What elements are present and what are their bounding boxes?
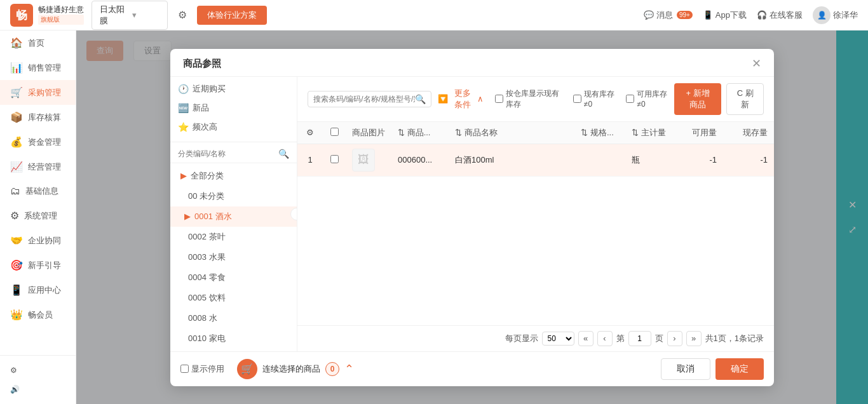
members-icon: 👑	[10, 309, 23, 321]
product-search-input[interactable]	[313, 95, 415, 104]
sidebar-label-system: 系统管理	[24, 210, 57, 222]
sidebar-item-home[interactable]: 🏠 首页	[0, 30, 76, 55]
category-0004[interactable]: 0004 零食	[170, 267, 297, 288]
select-all-checkbox[interactable]	[330, 128, 339, 136]
sidebar-item-apps[interactable]: 📱 应用中心	[0, 278, 76, 302]
sidebar-item-members[interactable]: 👑 畅会员	[0, 302, 76, 327]
avatar: 👤	[813, 6, 831, 24]
guide-icon: 🎯	[10, 259, 23, 271]
nav-notification[interactable]: 💬 消息 99+	[644, 10, 693, 21]
category-00[interactable]: 00 未分类	[170, 186, 297, 206]
search-category-icon[interactable]: 🔍	[278, 149, 289, 159]
system-icon: ⚙	[10, 210, 19, 222]
category-0004-label: 0004 零食	[188, 272, 226, 283]
gear-icon: ⚙	[10, 366, 17, 375]
purchase-icon: 🛒	[10, 86, 23, 98]
col-stock-header[interactable]: 现存量	[723, 122, 774, 144]
modal-close-btn[interactable]: ✕	[752, 58, 761, 69]
page-input[interactable]	[628, 331, 651, 346]
col-settings[interactable]: ⚙	[297, 122, 323, 144]
sidebar-settings-item[interactable]: ⚙	[0, 361, 76, 380]
logo-badge: 旗舰版	[38, 15, 84, 25]
row-spec	[574, 144, 625, 176]
category-0005[interactable]: 0005 饮料	[170, 288, 297, 308]
sidebar-label-members: 畅会员	[28, 309, 53, 321]
row-checkbox[interactable]	[330, 155, 339, 163]
footer-right: 取消 确定	[661, 358, 764, 380]
page-label: 第	[616, 333, 625, 344]
quick-link-new[interactable]: 🆕 新品	[170, 98, 297, 118]
checkbox-stock-nonzero[interactable]	[573, 95, 581, 103]
modal-header: 商品参照 ✕	[170, 49, 774, 77]
col-avail-label: 可用量	[692, 128, 717, 137]
cart-icon[interactable]: 🛒	[237, 359, 257, 379]
confirm-btn[interactable]: 确定	[715, 358, 764, 380]
sidebar-item-inventory[interactable]: 📦 库存核算	[0, 105, 76, 130]
search-icon[interactable]: 🔍	[415, 94, 426, 104]
category-0001[interactable]: ▶ 0001 酒水	[170, 206, 297, 227]
quick-link-frequent-label: 频次高	[193, 121, 217, 133]
sidebar-item-operation[interactable]: 📈 经营管理	[0, 154, 76, 179]
col-code-header[interactable]: ⇅ 商品...	[391, 122, 449, 144]
first-page-btn[interactable]: «	[578, 331, 593, 346]
sidebar-volume-item[interactable]: 🔊	[0, 380, 76, 399]
nav-app-download[interactable]: 📱 App下载	[703, 10, 747, 21]
table-row[interactable]: 1 🖼 000600... 白酒100ml	[297, 144, 774, 176]
sidebar-item-basics[interactable]: 🗂 基础信息	[0, 179, 76, 203]
category-0010[interactable]: 0010 家电	[170, 328, 297, 349]
footer-collapse-btn[interactable]: ⌃	[344, 362, 354, 376]
nav-settings-icon[interactable]: ⚙	[173, 4, 192, 26]
col-name-sort-icon: ⇅	[455, 128, 462, 137]
next-page-btn[interactable]: ›	[667, 331, 682, 346]
phone-icon: 📱	[703, 10, 713, 20]
col-name-header[interactable]: ⇅ 商品名称	[449, 122, 574, 144]
quick-link-frequent[interactable]: ⭐ 频次高	[170, 118, 297, 137]
operation-icon: 📈	[10, 161, 23, 173]
nav-user[interactable]: 👤 徐泽华	[813, 6, 858, 24]
cancel-btn[interactable]: 取消	[661, 358, 710, 380]
checkbox-stock-label[interactable]: 现有库存≠0	[584, 89, 615, 109]
quick-link-recent-label: 近期购买	[193, 83, 226, 95]
checkbox-warehouse-group: 按仓库显示现有库存	[495, 88, 562, 110]
checkbox-warehouse[interactable]	[495, 95, 503, 103]
col-avail-header[interactable]: 可用量	[672, 122, 723, 144]
sidebar-item-guide[interactable]: 🎯 新手引导	[0, 253, 76, 278]
refresh-btn[interactable]: C 刷新	[726, 83, 764, 115]
nav-online-service[interactable]: 🎧 在线客服	[757, 10, 803, 21]
category-0002[interactable]: 0002 茶叶	[170, 227, 297, 247]
sidebar-bottom: ⚙ 🔊	[0, 355, 76, 404]
show-disabled-checkbox[interactable]	[180, 365, 189, 373]
prev-page-btn[interactable]: ‹	[597, 331, 613, 346]
category-all[interactable]: ▶ 全部分类	[170, 166, 297, 186]
show-disabled-label[interactable]: 显示停用	[191, 363, 224, 375]
col-unit-header[interactable]: ⇅ 主计量	[625, 122, 672, 144]
more-filter-btn[interactable]: 🔽 更多条件 ∧	[438, 88, 484, 111]
quick-link-recent[interactable]: 🕐 近期购买	[170, 79, 297, 98]
category-0003-label: 0003 水果	[188, 252, 226, 263]
message-icon: 💬	[644, 10, 654, 20]
checkbox-warehouse-label[interactable]: 按仓库显示现有库存	[506, 88, 562, 110]
last-page-btn[interactable]: »	[686, 331, 702, 346]
new-icon: 🆕	[178, 103, 189, 113]
category-all-label: 全部分类	[191, 170, 224, 182]
search-category-input[interactable]	[178, 149, 278, 158]
category-0008[interactable]: 0008 水	[170, 308, 297, 328]
sidebar-item-finance[interactable]: 💰 资金管理	[0, 130, 76, 154]
page-size-select[interactable]: 50 10 20 100	[542, 332, 574, 346]
col-spec-header[interactable]: ⇅ 规格...	[574, 122, 625, 144]
checkbox-avail-label[interactable]: 可用库存≠0	[637, 89, 668, 109]
sidebar-item-system[interactable]: ⚙ 系统管理	[0, 203, 76, 228]
row-stock: -1	[723, 144, 774, 176]
sidebar-item-collab[interactable]: 🤝 企业协同	[0, 228, 76, 253]
col-spec-sort-icon: ⇅	[581, 128, 588, 137]
nav-selector[interactable]: 日太阳膜 ▾	[92, 1, 168, 30]
sidebar-item-sales[interactable]: 📊 销售管理	[0, 55, 76, 80]
category-0003[interactable]: 0003 水果	[170, 247, 297, 267]
logo-name: 畅捷通好生意	[38, 5, 84, 15]
category-00-label: 00 未分类	[188, 191, 224, 202]
sidebar-item-purchase[interactable]: 🛒 采购管理	[0, 80, 76, 105]
nav-experience-btn[interactable]: 体验行业方案	[197, 6, 267, 25]
modal-footer: 显示停用 🛒 连续选择的商品 0 ⌃ 取消 确定	[170, 351, 774, 386]
checkbox-avail-nonzero[interactable]	[626, 95, 634, 103]
add-product-btn[interactable]: + 新增商品	[674, 83, 721, 115]
